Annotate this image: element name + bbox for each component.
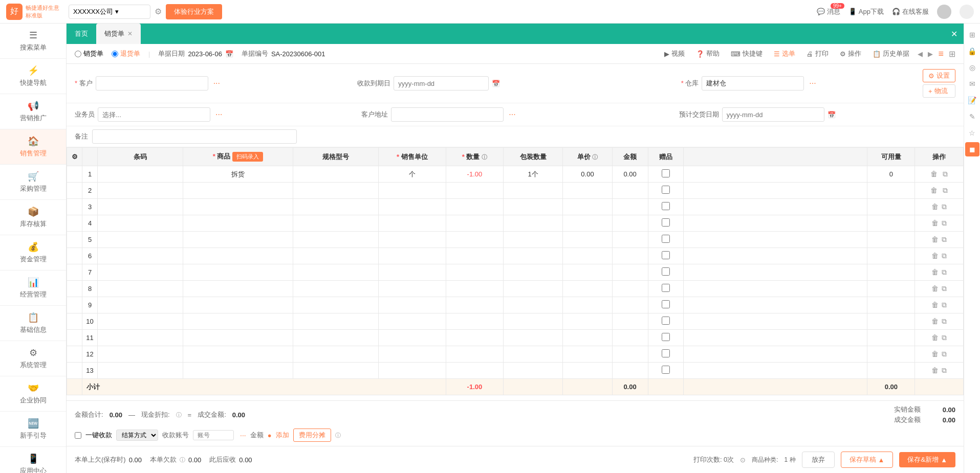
account-input[interactable] <box>193 430 234 440</box>
gift-checkbox-8[interactable] <box>662 284 670 292</box>
right-panel-star-icon[interactable]: ☆ <box>965 126 979 140</box>
sidebar-item-purchase-mgmt[interactable]: 🛒 采购管理 <box>0 165 66 200</box>
gift-checkbox-2[interactable] <box>662 186 670 194</box>
sidebar-item-search-order[interactable]: ☰ 搜索菜单 <box>0 24 66 59</box>
video-btn[interactable]: ▶ 视频 <box>661 48 688 59</box>
avatar2[interactable] <box>960 5 974 19</box>
sidebar-item-marketing[interactable]: 📢 营销推广 <box>0 94 66 129</box>
copy-row-1[interactable]: ⧉ <box>941 170 949 178</box>
radio-return-order[interactable]: 退货单 <box>112 49 140 58</box>
one-click-payment-checkbox[interactable] <box>75 432 81 439</box>
notes-input[interactable] <box>92 129 297 144</box>
delete-row-13[interactable]: 🗑 <box>930 366 940 374</box>
right-panel-orange-icon[interactable]: ◼ <box>965 142 979 156</box>
copy-row-12[interactable]: ⧉ <box>940 350 948 358</box>
copy-row-5[interactable]: ⧉ <box>940 235 948 244</box>
online-support-area[interactable]: 🎧 在线客服 <box>892 7 929 16</box>
add-label[interactable]: 添加 <box>276 431 289 440</box>
tab-home[interactable]: 首页 <box>67 24 96 44</box>
right-panel-circle-icon[interactable]: ◎ <box>965 60 979 75</box>
td-quantity[interactable] <box>446 183 504 199</box>
td-barcode[interactable] <box>98 183 183 199</box>
gift-checkbox-1[interactable] <box>662 169 670 177</box>
sidebar-item-operations[interactable]: 📊 经营管理 <box>0 271 66 306</box>
account-dots[interactable]: ··· <box>240 431 246 439</box>
company-selector[interactable]: XXXXXX公司 ▾ <box>69 5 150 19</box>
settings-button[interactable]: ⚙ 设置 <box>923 69 955 82</box>
save-new-button[interactable]: 保存&新增 ▲ <box>899 452 955 467</box>
right-panel-lock-icon[interactable]: 🔒 <box>965 44 979 58</box>
gift-checkbox-3[interactable] <box>662 202 670 210</box>
message-icon-area[interactable]: 💬 消息 99+ <box>817 7 840 16</box>
sidebar-item-quick-nav[interactable]: ⚡ 快捷导航 <box>0 59 66 94</box>
radio-sales-input[interactable] <box>75 51 81 57</box>
fee-split-button[interactable]: 费用分摊 <box>293 429 331 442</box>
td-unit[interactable] <box>378 183 446 199</box>
gift-checkbox-13[interactable] <box>662 366 670 374</box>
delete-row-6[interactable]: 🗑 <box>930 252 940 260</box>
delete-row-12[interactable]: 🗑 <box>930 350 940 358</box>
sidebar-item-finance[interactable]: 💰 资金管理 <box>0 235 66 271</box>
copy-row-13[interactable]: ⧉ <box>940 366 948 375</box>
customer-address-input[interactable] <box>391 107 504 122</box>
add-icon[interactable]: ● <box>268 432 272 439</box>
tab-bar-close-icon[interactable]: ✕ <box>945 29 964 39</box>
payment-due-input[interactable] <box>394 76 489 91</box>
address-dots[interactable]: ··· <box>509 110 515 119</box>
td-spec[interactable] <box>293 183 379 199</box>
gift-checkbox-6[interactable] <box>662 251 670 259</box>
td-spec[interactable] <box>293 166 379 183</box>
history-btn[interactable]: 📋 历史单据 <box>869 48 912 59</box>
delete-row-8[interactable]: 🗑 <box>930 284 940 292</box>
shortcut-btn[interactable]: ⌨ 快捷键 <box>728 48 766 59</box>
td-unit-price[interactable]: 0.00 <box>563 166 612 183</box>
td-product[interactable] <box>183 183 293 199</box>
gear-icon[interactable]: ⚙ <box>155 7 162 16</box>
nav-next-icon[interactable]: ▶ <box>928 50 933 58</box>
delete-row-3[interactable]: 🗑 <box>930 202 940 211</box>
copy-row-2[interactable]: ⧉ <box>941 186 949 195</box>
copy-row-6[interactable]: ⧉ <box>940 252 948 260</box>
calendar2-icon[interactable]: 📅 <box>492 80 500 87</box>
expected-date-input[interactable] <box>722 107 824 122</box>
barcode-input-1[interactable] <box>120 170 161 178</box>
delete-row-2[interactable]: 🗑 <box>929 186 939 194</box>
payment-method-select[interactable]: 结算方式 <box>116 430 158 441</box>
select-btn[interactable]: ☰ 选单 <box>771 48 798 59</box>
salesperson-input[interactable] <box>98 107 210 122</box>
customer-input[interactable] <box>96 76 208 91</box>
warehouse-input[interactable]: 建材仓 <box>702 76 804 91</box>
copy-row-11[interactable]: ⧉ <box>940 333 948 342</box>
radio-return-input[interactable] <box>112 51 118 57</box>
salesperson-dots[interactable]: ··· <box>215 110 222 119</box>
delete-row-5[interactable]: 🗑 <box>930 235 940 243</box>
right-panel-doc-icon[interactable]: 📝 <box>965 93 979 107</box>
gift-checkbox-12[interactable] <box>662 349 670 357</box>
nav-prev-icon[interactable]: ◀ <box>918 50 923 58</box>
gift-checkbox-11[interactable] <box>662 333 670 341</box>
avatar[interactable] <box>937 5 951 19</box>
tab-sales-order[interactable]: 销货单 ✕ <box>96 24 141 44</box>
copy-row-8[interactable]: ⧉ <box>940 284 948 293</box>
calendar3-icon[interactable]: 📅 <box>827 111 836 119</box>
sidebar-item-guide[interactable]: 🆕 新手引导 <box>0 412 66 447</box>
sidebar-item-inventory[interactable]: 📦 库存核算 <box>0 200 66 235</box>
calendar-icon[interactable]: 📅 <box>225 50 233 58</box>
view-list-icon[interactable]: ≡ <box>938 49 944 59</box>
delete-row-4[interactable]: 🗑 <box>930 219 940 227</box>
discard-button[interactable]: 放弃 <box>802 452 835 468</box>
gift-checkbox-4[interactable] <box>662 218 670 227</box>
sidebar-item-app-center[interactable]: 📱 应用中心 <box>0 447 66 473</box>
copy-row-10[interactable]: ⧉ <box>940 317 948 326</box>
td-quantity[interactable]: -1.00 <box>446 166 504 183</box>
trial-button[interactable]: 体验行业方案 <box>166 4 222 19</box>
td-package-qty[interactable] <box>503 183 563 199</box>
view-grid-icon[interactable]: ⊞ <box>949 49 955 59</box>
gift-checkbox-7[interactable] <box>662 267 670 276</box>
copy-row-3[interactable]: ⧉ <box>940 202 948 211</box>
gift-checkbox-10[interactable] <box>662 317 670 325</box>
save-draft-button[interactable]: 保存草稿 ▲ <box>841 452 894 468</box>
sidebar-item-sales-mgmt[interactable]: 🏠 销售管理 <box>0 129 66 165</box>
th-settings[interactable]: ⚙ <box>67 148 82 166</box>
tab-close-icon[interactable]: ✕ <box>127 30 133 37</box>
